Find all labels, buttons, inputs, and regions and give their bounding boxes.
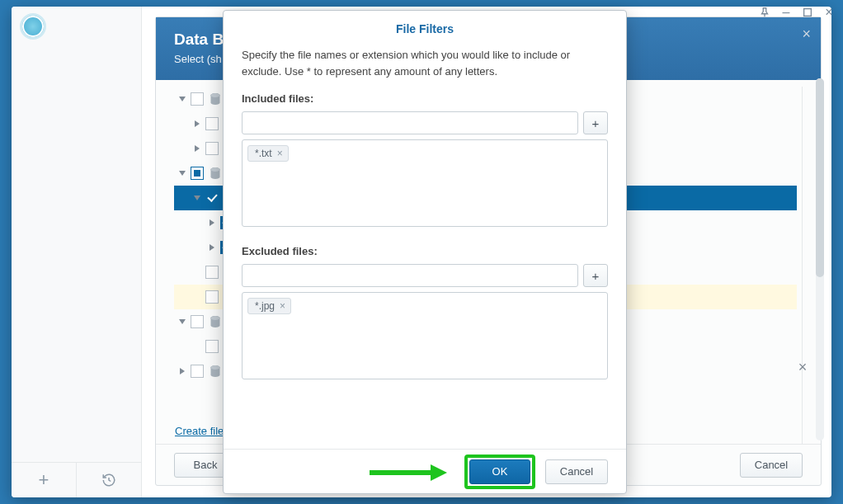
svg-marker-1 bbox=[179, 97, 186, 101]
remove-tag-icon[interactable]: × bbox=[277, 148, 283, 159]
svg-point-8 bbox=[211, 167, 220, 172]
database-icon bbox=[209, 365, 222, 378]
filter-tag-label: *.jpg bbox=[255, 300, 275, 312]
expander-icon[interactable] bbox=[192, 144, 202, 153]
expander-icon[interactable] bbox=[192, 193, 202, 203]
svg-marker-19 bbox=[431, 464, 447, 481]
svg-point-17 bbox=[211, 365, 220, 370]
checkbox[interactable] bbox=[191, 365, 204, 378]
guide-arrow-icon bbox=[368, 464, 447, 481]
modal-title: File Filters bbox=[224, 11, 626, 44]
expander-icon[interactable] bbox=[177, 366, 187, 376]
app-logo-icon bbox=[20, 13, 46, 40]
expander-icon[interactable] bbox=[207, 218, 217, 228]
svg-point-3 bbox=[211, 93, 220, 97]
svg-rect-0 bbox=[804, 9, 812, 16]
add-included-button[interactable]: + bbox=[583, 111, 608, 134]
included-tags-area: *.txt× bbox=[242, 139, 608, 227]
file-filters-modal: File Filters Specify the file names or e… bbox=[223, 10, 627, 494]
excluded-files-label: Excluded files: bbox=[242, 245, 608, 257]
checkbox[interactable] bbox=[205, 266, 219, 279]
modal-cancel-button[interactable]: Cancel bbox=[545, 459, 608, 484]
modal-intro: Specify the file names or extension whic… bbox=[242, 47, 608, 79]
svg-point-14 bbox=[211, 316, 220, 320]
database-icon bbox=[209, 315, 222, 328]
filter-tag: *.jpg× bbox=[247, 298, 291, 314]
add-excluded-button[interactable]: + bbox=[583, 264, 608, 287]
ok-button-highlight: OK bbox=[464, 455, 535, 489]
filter-tag-label: *.txt bbox=[255, 148, 272, 159]
add-button[interactable]: + bbox=[12, 463, 77, 497]
expander-icon[interactable] bbox=[177, 94, 187, 104]
checkbox[interactable] bbox=[205, 117, 219, 130]
ok-button[interactable]: OK bbox=[469, 459, 530, 484]
notification-close-icon[interactable]: × bbox=[791, 356, 814, 379]
expander-icon bbox=[192, 267, 202, 277]
history-button[interactable] bbox=[77, 463, 141, 497]
main-sidebar: + bbox=[12, 7, 142, 497]
scrollbar[interactable] bbox=[816, 78, 824, 440]
outer-titlebar: – × bbox=[751, 0, 843, 25]
expander-icon[interactable] bbox=[207, 243, 217, 252]
scrollbar-thumb[interactable] bbox=[816, 78, 824, 277]
svg-marker-10 bbox=[210, 219, 214, 226]
expander-icon bbox=[192, 341, 202, 351]
expander-icon bbox=[192, 292, 202, 302]
checkbox[interactable] bbox=[205, 191, 219, 205]
svg-marker-6 bbox=[179, 171, 186, 176]
minimize-icon[interactable]: – bbox=[780, 7, 792, 18]
checkbox[interactable] bbox=[191, 92, 204, 106]
svg-marker-5 bbox=[195, 145, 200, 152]
expander-icon[interactable] bbox=[177, 317, 187, 327]
maximize-icon[interactable] bbox=[802, 7, 813, 18]
create-filter-link[interactable]: Create file bbox=[175, 425, 224, 437]
wizard-close-icon[interactable]: × bbox=[802, 26, 811, 43]
remove-tag-icon[interactable]: × bbox=[280, 300, 285, 312]
checkbox[interactable] bbox=[205, 340, 219, 353]
checkbox[interactable] bbox=[191, 315, 204, 328]
included-input[interactable] bbox=[242, 111, 578, 134]
svg-marker-15 bbox=[180, 368, 185, 374]
svg-marker-4 bbox=[195, 120, 200, 127]
excluded-tags-area: *.jpg× bbox=[242, 292, 608, 379]
checkbox[interactable] bbox=[191, 167, 204, 180]
database-icon bbox=[209, 92, 222, 106]
expander-icon[interactable] bbox=[177, 168, 187, 178]
svg-marker-9 bbox=[194, 195, 200, 200]
svg-marker-11 bbox=[210, 244, 214, 251]
excluded-input[interactable] bbox=[242, 264, 578, 287]
checkbox[interactable] bbox=[205, 142, 219, 155]
close-icon[interactable]: × bbox=[823, 7, 835, 18]
wizard-cancel-button[interactable]: Cancel bbox=[740, 453, 803, 478]
included-files-label: Included files: bbox=[242, 92, 608, 105]
pin-icon[interactable] bbox=[759, 7, 770, 18]
svg-marker-12 bbox=[179, 319, 186, 324]
filter-tag: *.txt× bbox=[247, 145, 289, 162]
checkbox[interactable] bbox=[205, 290, 219, 304]
database-icon bbox=[209, 167, 222, 180]
expander-icon[interactable] bbox=[192, 119, 202, 129]
